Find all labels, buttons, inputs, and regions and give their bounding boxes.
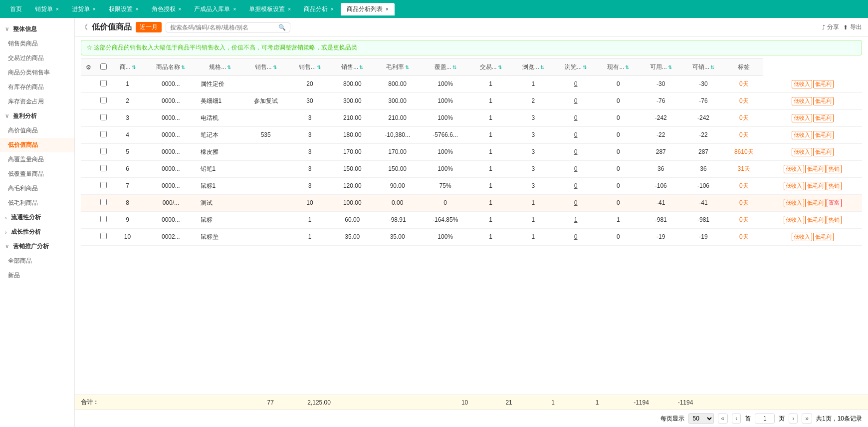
td-spec: 参加复试	[243, 92, 288, 109]
sidebar-section-profit[interactable]: ∨ 盈利分析	[0, 109, 74, 123]
close-icon[interactable]: ×	[233, 6, 236, 12]
close-icon[interactable]: ×	[136, 6, 139, 12]
view1-value[interactable]: 0	[574, 199, 578, 206]
view1-value[interactable]: 0	[574, 148, 578, 155]
sidebar-item-stock-products[interactable]: 有库存的商品	[0, 80, 74, 94]
row-checkbox[interactable]	[100, 80, 107, 86]
view1-value[interactable]: 0	[574, 182, 578, 189]
page-input[interactable]	[755, 414, 775, 424]
row-checkbox[interactable]	[100, 165, 107, 171]
row-checkbox[interactable]	[100, 182, 107, 188]
row-checkbox[interactable]	[100, 97, 107, 103]
sidebar-item-high-value[interactable]: 高价值商品	[0, 123, 74, 138]
nav-item-product-in[interactable]: 产成品入库单 ×	[188, 3, 242, 15]
th-sale-qty[interactable]: 销售...⇅	[243, 59, 288, 76]
td-sale-qty: 3	[288, 143, 331, 160]
sidebar-item-low-coverage[interactable]: 低覆盖量商品	[0, 167, 74, 181]
sidebar-item-category-sales[interactable]: 商品分类销售率	[0, 65, 74, 80]
td-index: 4	[111, 126, 144, 143]
view1-value[interactable]: 0	[574, 233, 578, 240]
view1-value[interactable]: 0	[574, 131, 578, 138]
search-input[interactable]	[170, 24, 276, 31]
row-checkbox[interactable]	[100, 114, 107, 120]
nav-item-template[interactable]: 单据模板设置 ×	[243, 3, 297, 15]
td-tags: 低收入低毛利	[763, 109, 862, 126]
content-header: 《 低价值商品 近一月 🔍 ⤴ 分享 ⬆ 导出	[75, 18, 868, 37]
sidebar-item-new-products[interactable]: 新品	[0, 268, 74, 283]
th-name[interactable]: 商品名称⇅	[144, 59, 198, 76]
row-checkbox[interactable]	[100, 148, 107, 154]
th-spec[interactable]: 规格...⇅	[198, 59, 243, 76]
row-checkbox[interactable]	[100, 199, 107, 205]
nav-item-sales[interactable]: 销货单 ×	[29, 3, 65, 15]
select-all-checkbox[interactable]	[100, 63, 107, 70]
td-transaction: 3	[512, 177, 554, 194]
tag: 低收入	[792, 97, 812, 105]
th-transaction[interactable]: 交易...⇅	[469, 59, 512, 76]
sidebar-item-high-profit[interactable]: 高毛利商品	[0, 181, 74, 196]
sidebar-collapse-btn[interactable]: 《	[81, 23, 88, 32]
sidebar-section-flow[interactable]: › 流通性分析	[0, 210, 74, 225]
th-view2[interactable]: 浏览...⇅	[555, 59, 597, 76]
sidebar-section-growth[interactable]: › 成长性分析	[0, 225, 74, 239]
th-saleable[interactable]: 可销...⇅	[682, 59, 724, 76]
nav-item-analysis-list[interactable]: 商品分析列表 ×	[341, 3, 395, 15]
nav-item-analysis[interactable]: 商品分析 ×	[298, 3, 340, 15]
th-sale-amount[interactable]: 销售...⇅	[288, 59, 331, 76]
th-current-stock[interactable]: 现有...⇅	[597, 59, 640, 76]
close-icon[interactable]: ×	[331, 6, 334, 12]
share-btn[interactable]: ⤴ 分享	[822, 23, 839, 31]
last-page-btn[interactable]: »	[802, 414, 812, 424]
td-sale-profit: 90.00	[374, 177, 421, 194]
first-page-btn[interactable]: «	[718, 414, 728, 424]
pagination-bar: 每页显示 50 100 200 « ‹ 首 页 › » 共1页，10条记录	[75, 410, 868, 427]
close-icon[interactable]: ×	[93, 6, 96, 12]
per-page-select[interactable]: 50 100 200	[688, 413, 714, 424]
filter-btn[interactable]: 近一月	[136, 22, 162, 32]
close-icon[interactable]: ×	[386, 6, 389, 12]
prev-page-btn[interactable]: ‹	[732, 414, 741, 424]
close-icon[interactable]: ×	[56, 6, 59, 12]
td-sale-qty: 3	[288, 177, 331, 194]
row-checkbox[interactable]	[100, 233, 107, 239]
close-icon[interactable]: ×	[179, 6, 182, 12]
sidebar-item-sales-products[interactable]: 销售类商品	[0, 36, 74, 51]
th-settings[interactable]: ⚙	[81, 59, 96, 76]
nav-item-permission[interactable]: 权限设置 ×	[103, 3, 145, 15]
th-code[interactable]: 商...⇅	[111, 59, 144, 76]
nav-item-role[interactable]: 角色授权 ×	[146, 3, 188, 15]
th-available[interactable]: 可用...⇅	[640, 59, 682, 76]
sidebar-section-overall[interactable]: ∨ 整体信息	[0, 22, 74, 36]
row-checkbox[interactable]	[100, 131, 107, 137]
nav-item-purchase[interactable]: 进货单 ×	[66, 3, 102, 15]
th-sale-profit[interactable]: 销售...⇅	[331, 59, 374, 76]
td-sale-qty: 3	[288, 109, 331, 126]
nav-item-home[interactable]: 首页	[4, 3, 28, 15]
sidebar-section-marketing[interactable]: ∨ 营销推广分析	[0, 239, 74, 254]
table-row: 2 0000... 吴细细1 参加复试 30 300.00 300.00 100…	[81, 92, 862, 109]
th-view1[interactable]: 浏览...⇅	[512, 59, 554, 76]
sidebar-item-all-products[interactable]: 全部商品	[0, 254, 74, 268]
sidebar-item-traded-products[interactable]: 交易过的商品	[0, 51, 74, 65]
view1-value[interactable]: 0	[574, 114, 578, 121]
th-coverage[interactable]: 覆盖...⇅	[421, 59, 469, 76]
td-checkbox	[96, 76, 111, 93]
row-checkbox[interactable]	[100, 216, 107, 222]
th-checkbox[interactable]	[96, 59, 111, 76]
export-btn[interactable]: ⬆ 导出	[843, 23, 862, 31]
view1-value[interactable]: 0	[574, 165, 578, 172]
close-icon[interactable]: ×	[288, 6, 291, 12]
td-code: 0000...	[144, 126, 198, 143]
th-gross-margin[interactable]: 毛利率⇅	[374, 59, 421, 76]
next-page-btn[interactable]: ›	[789, 414, 798, 424]
view1-value[interactable]: 1	[574, 216, 578, 223]
search-icon[interactable]: 🔍	[278, 24, 286, 31]
sidebar-item-low-value[interactable]: 低价值商品	[0, 138, 74, 152]
view1-value[interactable]: 0	[574, 80, 578, 87]
td-sale-qty: 3	[288, 160, 331, 177]
sidebar-item-stock-capital[interactable]: 库存资金占用	[0, 94, 74, 109]
sidebar-item-high-coverage[interactable]: 高覆盖量商品	[0, 152, 74, 167]
view1-value[interactable]: 0	[574, 97, 578, 104]
table-footer: 合计： 77 2,125.00 10 21 1 1 -1194 -1194	[75, 395, 868, 410]
sidebar-item-low-profit[interactable]: 低毛利商品	[0, 196, 74, 210]
